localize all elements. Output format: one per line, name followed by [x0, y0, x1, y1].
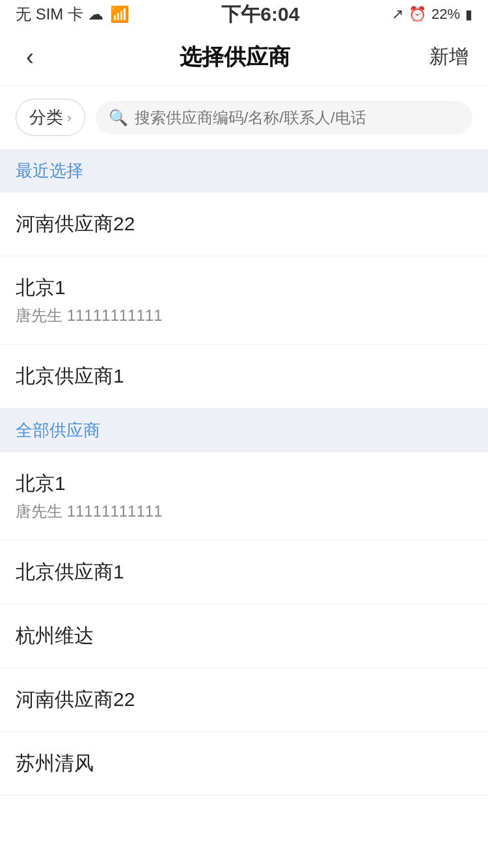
back-button[interactable]: ‹ [20, 37, 40, 77]
chevron-right-icon: › [67, 110, 72, 125]
item-contact: 唐先生 11111111111 [16, 501, 472, 522]
nav-bar: ‹ 选择供应商 新增 [0, 29, 488, 86]
list-item[interactable]: 杭州维达 [0, 604, 488, 668]
category-label: 分类 [29, 106, 63, 129]
battery-icon: ▮ [465, 7, 472, 22]
list-item[interactable]: 北京供应商1 [0, 541, 488, 604]
status-left: 无 SIM 卡 ☁ 📶 [16, 4, 129, 25]
location-icon: ↗ [392, 6, 403, 23]
item-contact: 唐先生 11111111111 [16, 305, 472, 326]
list-item[interactable]: 河南供应商22 [0, 668, 488, 732]
all-section-label: 全部供应商 [16, 420, 100, 440]
all-section-header: 全部供应商 [0, 409, 488, 452]
all-list: 北京1 唐先生 11111111111 北京供应商1 杭州维达 河南供应商22 … [0, 452, 488, 796]
item-name: 河南供应商22 [16, 211, 472, 237]
status-bar: 无 SIM 卡 ☁ 📶 下午6:04 ↗ ⏰ 22% ▮ [0, 0, 488, 29]
item-name: 杭州维达 [16, 623, 472, 649]
search-input[interactable] [135, 109, 459, 127]
item-name: 苏州清风 [16, 750, 472, 777]
recent-section-header: 最近选择 [0, 149, 488, 193]
status-time: 下午6:04 [221, 1, 299, 28]
list-item[interactable]: 北京1 唐先生 11111111111 [0, 452, 488, 541]
list-item[interactable]: 苏州清风 [0, 732, 488, 796]
recent-list: 河南供应商22 北京1 唐先生 11111111111 北京供应商1 [0, 193, 488, 409]
list-item[interactable]: 北京供应商1 [0, 345, 488, 409]
battery-text: 22% [431, 6, 460, 23]
category-filter[interactable]: 分类 › [16, 99, 85, 136]
signal-text: 无 SIM 卡 ☁ [16, 4, 103, 25]
add-button[interactable]: 新增 [429, 44, 468, 70]
status-right: ↗ ⏰ 22% ▮ [392, 6, 472, 23]
search-box: 🔍 [96, 101, 472, 135]
item-name: 北京供应商1 [16, 363, 472, 390]
item-name: 河南供应商22 [16, 686, 472, 713]
list-item[interactable]: 河南供应商22 [0, 193, 488, 256]
alarm-icon: ⏰ [409, 6, 426, 23]
item-name: 北京1 [16, 470, 472, 497]
list-item[interactable]: 北京1 唐先生 11111111111 [0, 256, 488, 345]
wifi-icon: 📶 [110, 5, 129, 23]
item-name: 北京供应商1 [16, 559, 472, 586]
search-icon: 🔍 [109, 109, 128, 127]
nav-title: 选择供应商 [180, 42, 290, 72]
recent-section-label: 最近选择 [16, 161, 83, 180]
filter-bar: 分类 › 🔍 [0, 86, 488, 149]
item-name: 北京1 [16, 275, 472, 301]
